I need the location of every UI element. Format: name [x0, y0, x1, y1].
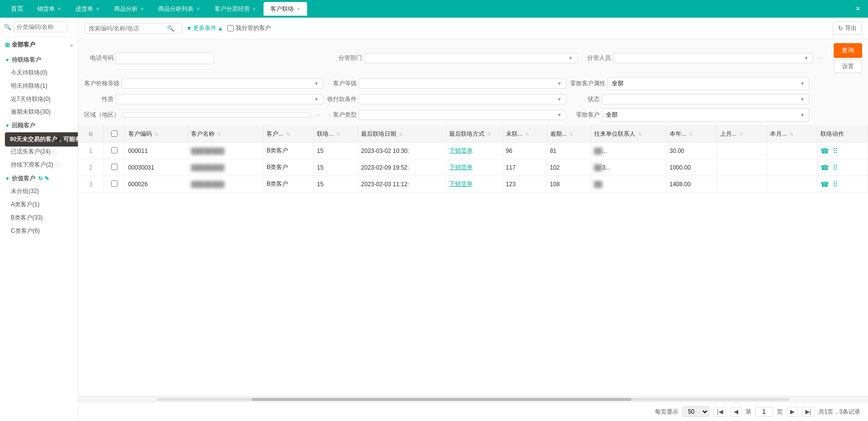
row-last-method-0[interactable]: 下销货单 [446, 143, 503, 159]
contact-icon-2[interactable]: ☎ [820, 180, 829, 188]
row-uncontact-1: 117 [503, 159, 547, 176]
row-last-method-2[interactable]: 下销货单 [446, 176, 503, 193]
horizontal-scrollbar[interactable] [78, 396, 868, 402]
tab-product-list-close[interactable]: × [196, 6, 199, 12]
edit-icon[interactable]: ✎ [45, 175, 49, 182]
tab-product-analysis-close[interactable]: × [141, 6, 144, 12]
row-checkbox-0[interactable] [103, 143, 125, 159]
sidebar-section-pending[interactable]: ▼ 待联络客户 [0, 53, 78, 66]
my-customers-checkbox[interactable] [227, 25, 234, 31]
chevron-down-icon8: ▼ [800, 97, 805, 102]
region-more-icon[interactable]: ··· [313, 111, 323, 120]
sidebar-item-c-class[interactable]: C类客户(6) [0, 224, 78, 238]
tab-product-analysis[interactable]: 商品分析 × [107, 2, 150, 16]
region-select[interactable] [121, 113, 311, 118]
more-icon-1[interactable]: ⠿ [833, 164, 838, 172]
payment-select[interactable]: ▼ [359, 94, 566, 104]
tab-purchase[interactable]: 进货单 × [69, 2, 106, 16]
sidebar-all-customers[interactable]: ⊞ 全部客户 « [0, 37, 78, 53]
tab-purchase-close[interactable]: × [96, 6, 99, 12]
col-header-type[interactable]: 客户... ⇅ [264, 126, 314, 143]
window-close-icon[interactable]: × [852, 4, 864, 13]
filter-retail-attr: 零散客户属性 全部 ▼ [570, 77, 809, 90]
row-checkbox-2[interactable] [103, 176, 125, 193]
sidebar-item-overdue[interactable]: 逾期未联络(30) [0, 105, 78, 119]
row-contact-person-2: ██ [591, 176, 666, 193]
sidebar-section-value[interactable]: ▼ 价值客户 ↻ ✎ [0, 172, 78, 185]
scrollbar-thumb[interactable] [252, 398, 631, 401]
tab-product-list[interactable]: 商品分析列表 × [151, 2, 206, 16]
price-level-select[interactable]: ▼ [121, 78, 323, 89]
pagination-last-btn[interactable]: ▶| [802, 407, 815, 417]
query-button[interactable]: 查询 [834, 43, 862, 58]
sidebar-section-review[interactable]: ▼ 回顾客户 90天未交易的客户，可能有流失风险。 [0, 119, 78, 132]
col-header-last-date[interactable]: 最后联络日期 ⇅ [358, 126, 446, 143]
refresh-icon[interactable]: ↻ [38, 175, 43, 182]
toolbar-search-button[interactable]: 🔍 [167, 25, 174, 32]
tab-customer-tier[interactable]: 客户分层经营 × [208, 2, 263, 16]
customer-level-select[interactable]: ▼ [359, 78, 566, 89]
col-header-last-month[interactable]: 上月... ⇅ [717, 126, 767, 143]
sidebar-item-b-class[interactable]: B类客户(33) [0, 211, 78, 224]
sidebar-item-a-class[interactable]: A类客户(1) [0, 198, 78, 211]
department-select[interactable]: ▼ [364, 53, 577, 63]
status-select[interactable]: ▼ [602, 94, 809, 104]
col-header-contact[interactable]: 联络... ⇅ [314, 126, 358, 143]
more-icon-0[interactable]: ⠿ [833, 147, 838, 155]
toolbar-search-input[interactable] [89, 25, 167, 32]
tab-customer-tier-close[interactable]: × [253, 6, 256, 12]
price-level-label: 客户价格等级 [84, 79, 120, 88]
tab-home[interactable]: 首页 [4, 4, 30, 13]
col-header-overdue[interactable]: 逾期... ⇅ [547, 126, 591, 143]
retail-select[interactable]: 全部 ▼ [602, 108, 809, 122]
sidebar-item-churned[interactable]: 已流失客户(24) ⓘ [0, 145, 78, 158]
row-last-method-1[interactable]: 下销货单 [446, 159, 503, 176]
export-button[interactable]: ↻ 导出 [833, 22, 862, 35]
sidebar-item-7days[interactable]: 近7天待联络(0) [0, 93, 78, 106]
col-header-code[interactable]: 客户编码 ⇅ [125, 126, 188, 143]
sidebar-search-input[interactable] [13, 22, 67, 32]
col-header-uncontact[interactable]: 未联... ⇅ [503, 126, 547, 143]
more-conditions-btn[interactable]: ▼ 更多条件 ▲ [186, 24, 223, 32]
pagination-next-btn[interactable]: ▶ [787, 407, 798, 417]
tab-customer-contact[interactable]: 客户联络 × [264, 2, 307, 16]
arrow-icon2: ▼ [5, 123, 10, 128]
col-header-name[interactable]: 客户名称 ⇅ [188, 126, 264, 143]
col-header-contact-person[interactable]: 往来单位联系人 ⇅ [591, 126, 666, 143]
row-checkbox-1[interactable] [103, 159, 125, 176]
page-input[interactable] [755, 407, 773, 417]
more-icon-2[interactable]: ⠿ [833, 180, 838, 188]
contact-icon-1[interactable]: ☎ [820, 164, 829, 172]
tab-sales-close[interactable]: × [58, 6, 61, 12]
per-page-select[interactable]: 50 100 [682, 406, 709, 417]
row-code-0: 000011 [125, 143, 188, 159]
settings-button[interactable]: 设置 [834, 60, 862, 73]
col-header-this-month[interactable]: 本月... ⇅ [767, 126, 818, 143]
pagination-prev-btn[interactable]: ◀ [730, 407, 742, 417]
nature-select[interactable]: ▼ [116, 94, 323, 104]
person-more-icon[interactable]: ··· [815, 54, 826, 63]
main-layout: 🔍 ⊞ 全部客户 « ▼ 待联络客户 今天待联络(0) 明天待联络(1) 近7天… [0, 18, 868, 421]
phone-input[interactable] [116, 52, 214, 64]
contact-icon-0[interactable]: ☎ [820, 147, 829, 155]
sidebar-item-tomorrow[interactable]: 明天待联络(1) [0, 79, 78, 93]
person-select[interactable]: ▼ [613, 53, 813, 63]
select-all-checkbox[interactable] [111, 130, 118, 137]
tab-sales[interactable]: 销货单 × [30, 2, 68, 16]
sidebar-collapse-btn[interactable]: « [70, 42, 73, 48]
pagination-first-btn[interactable]: |◀ [713, 407, 726, 417]
sort-icon-last-date: ⇅ [399, 131, 403, 137]
tab-customer-contact-close[interactable]: × [297, 6, 300, 12]
row-contact-person-1: ██3... [591, 159, 666, 176]
col-header-this-year[interactable]: 本年... ⇅ [666, 126, 717, 143]
sidebar-item-declining[interactable]: 持续下滑客户(2) ⓘ [0, 158, 78, 172]
sidebar-item-churn-warning[interactable]: 流失预警客户(3) [0, 132, 78, 145]
sort-icon-contact: ⇅ [336, 131, 340, 137]
customer-type-select[interactable]: ▼ [359, 110, 566, 120]
table-settings-icon[interactable]: ⚙ [78, 126, 103, 143]
sidebar-item-today[interactable]: 今天待联络(0) [0, 66, 78, 79]
col-header-last-method[interactable]: 最后联络方式 ⇅ [446, 126, 503, 143]
nature-label: 性质 [84, 95, 114, 103]
sidebar-item-ungrouped[interactable]: 未分组(32) [0, 185, 78, 198]
retail-attr-select[interactable]: 全部 ▼ [607, 77, 809, 90]
